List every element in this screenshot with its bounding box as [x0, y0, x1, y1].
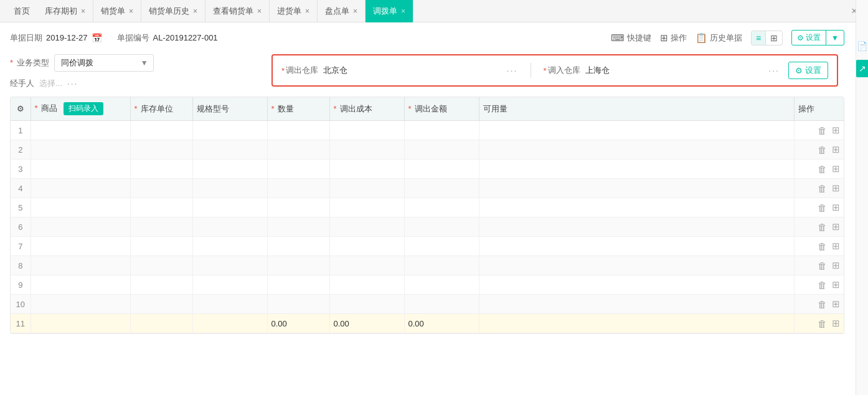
spec-cell[interactable] [192, 198, 267, 217]
settings-expand-button[interactable]: ▼ [826, 32, 844, 44]
unit-cell[interactable] [130, 295, 192, 314]
product-cell[interactable] [31, 159, 130, 179]
close-transfer-order-icon[interactable]: × [401, 7, 405, 16]
qty-cell[interactable] [267, 237, 329, 256]
spec-cell[interactable] [192, 140, 267, 159]
amount-cell[interactable] [404, 179, 479, 198]
amount-cell[interactable] [404, 217, 479, 237]
amount-cell[interactable] [404, 198, 479, 217]
cost-cell[interactable] [329, 140, 404, 159]
layout-grid-button[interactable]: ⊞ [766, 31, 782, 45]
unit-cell[interactable] [130, 140, 192, 159]
close-sales-order-icon[interactable]: × [129, 7, 133, 16]
amount-cell[interactable] [404, 159, 479, 179]
copy-icon[interactable]: ⊞ [832, 260, 840, 271]
unit-cell[interactable] [130, 275, 192, 295]
product-cell[interactable] [31, 256, 130, 275]
amount-cell[interactable] [404, 256, 479, 275]
sidebar-doc-icon[interactable]: 📄 [856, 37, 869, 55]
unit-cell[interactable] [130, 256, 192, 275]
sidebar-expand-icon[interactable]: ↗ [856, 60, 869, 77]
copy-icon[interactable]: ⊞ [832, 240, 840, 252]
tab-sales-history[interactable]: 销货单历史 × [141, 0, 205, 22]
close-sales-history-icon[interactable]: × [193, 7, 197, 16]
product-cell[interactable] [31, 179, 130, 198]
qty-cell[interactable] [267, 121, 329, 140]
unit-cell[interactable] [130, 159, 192, 179]
unit-cell[interactable] [130, 121, 192, 140]
qty-cell[interactable] [267, 140, 329, 159]
copy-icon[interactable]: ⊞ [832, 202, 840, 213]
spec-cell[interactable] [192, 275, 267, 295]
spec-cell[interactable] [192, 256, 267, 275]
spec-cell[interactable] [192, 121, 267, 140]
cost-cell[interactable]: 0.00 [329, 314, 404, 333]
warehouse-settings-button[interactable]: ⚙ 设置 [788, 62, 828, 79]
amount-cell[interactable] [404, 295, 479, 314]
delete-icon[interactable]: 🗑 [818, 145, 827, 155]
amount-cell[interactable]: 0.00 [404, 314, 479, 333]
unit-cell[interactable] [130, 314, 192, 333]
qty-cell[interactable] [267, 179, 329, 198]
copy-icon[interactable]: ⊞ [832, 318, 840, 329]
tab-sales-order[interactable]: 销货单 × [93, 0, 141, 22]
qty-cell[interactable] [267, 159, 329, 179]
delete-icon[interactable]: 🗑 [818, 183, 827, 194]
scan-button[interactable]: 扫码录入 [64, 102, 103, 115]
copy-icon[interactable]: ⊞ [832, 298, 840, 310]
out-warehouse-more-button[interactable]: ··· [507, 65, 518, 75]
delete-icon[interactable]: 🗑 [818, 280, 827, 290]
delete-icon[interactable]: 🗑 [818, 299, 827, 310]
col-settings-icon[interactable]: ⚙ [17, 104, 24, 113]
in-warehouse-more-button[interactable]: ··· [768, 65, 780, 75]
product-cell[interactable] [31, 295, 130, 314]
delete-icon[interactable]: 🗑 [818, 125, 827, 136]
qty-cell[interactable] [267, 256, 329, 275]
delete-icon[interactable]: 🗑 [818, 202, 827, 213]
product-cell[interactable] [31, 237, 130, 256]
close-inventory-check-icon[interactable]: × [353, 7, 357, 16]
qty-cell[interactable]: 0.00 [267, 314, 329, 333]
copy-icon[interactable]: ⊞ [832, 125, 840, 136]
spec-cell[interactable] [192, 159, 267, 179]
amount-cell[interactable] [404, 121, 479, 140]
product-cell[interactable] [31, 140, 130, 159]
person-select[interactable]: 选择... [39, 78, 62, 89]
qty-cell[interactable] [267, 217, 329, 237]
qty-cell[interactable] [267, 275, 329, 295]
spec-cell[interactable] [192, 217, 267, 237]
cost-cell[interactable] [329, 237, 404, 256]
unit-cell[interactable] [130, 237, 192, 256]
amount-cell[interactable] [404, 140, 479, 159]
product-cell[interactable] [31, 314, 130, 333]
cost-cell[interactable] [329, 159, 404, 179]
amount-cell[interactable] [404, 237, 479, 256]
product-cell[interactable] [31, 275, 130, 295]
unit-cell[interactable] [130, 179, 192, 198]
history-action[interactable]: 📋 历史单据 [696, 32, 742, 44]
product-cell[interactable] [31, 198, 130, 217]
shortcut-action[interactable]: ⌨ 快捷键 [611, 32, 651, 44]
tab-purchase-order[interactable]: 进货单 × [270, 0, 318, 22]
spec-cell[interactable] [192, 179, 267, 198]
delete-icon[interactable]: 🗑 [818, 318, 827, 329]
layout-list-button[interactable]: ≡ [752, 31, 766, 45]
qty-cell[interactable] [267, 295, 329, 314]
cost-cell[interactable] [329, 295, 404, 314]
spec-cell[interactable] [192, 295, 267, 314]
business-type-dropdown[interactable]: 同价调拨 ▼ [54, 54, 154, 72]
settings-gear-button[interactable]: ⚙ 设置 [792, 31, 826, 45]
cost-cell[interactable] [329, 217, 404, 237]
spec-cell[interactable] [192, 314, 267, 333]
qty-cell[interactable] [267, 198, 329, 217]
product-cell[interactable] [31, 121, 130, 140]
spec-cell[interactable] [192, 237, 267, 256]
cost-cell[interactable] [329, 256, 404, 275]
delete-icon[interactable]: 🗑 [818, 260, 827, 271]
product-cell[interactable] [31, 217, 130, 237]
close-view-sales-icon[interactable]: × [257, 7, 262, 16]
tab-transfer-order[interactable]: 调拨单 × [366, 0, 413, 22]
person-more-button[interactable]: ··· [67, 79, 78, 88]
cost-cell[interactable] [329, 198, 404, 217]
cost-cell[interactable] [329, 121, 404, 140]
